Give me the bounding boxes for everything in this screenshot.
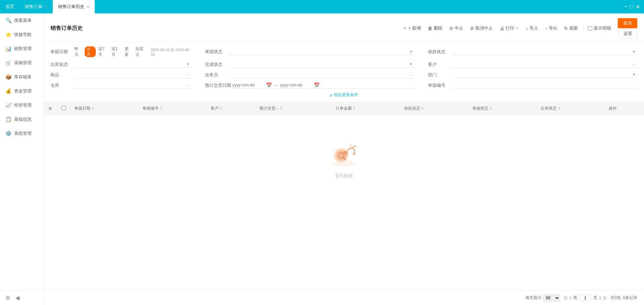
goods-label: 商品	[50, 72, 74, 78]
page-number-input[interactable]	[579, 295, 591, 301]
purchase-icon: 🛒	[5, 60, 11, 66]
filter-expected-delivery: 预计交货日期 📅 — 📅	[205, 82, 415, 89]
col-header-bill-status[interactable]: 单据状态 ⇅	[468, 102, 536, 115]
col-header-delivery[interactable]: 预计交货... ⇅	[255, 102, 332, 115]
sort-bill-status[interactable]: 单据状态 ⇅	[472, 106, 532, 111]
sidebar-item-finance[interactable]: 💰 资金管理	[0, 84, 43, 98]
window-minimize-icon[interactable]: −	[624, 4, 627, 10]
per-page-select[interactable]: 10 20 50 100	[543, 294, 560, 302]
stop-button[interactable]: ⊘ 中止	[448, 25, 465, 31]
sidebar-item-quicknav[interactable]: ⭐ 快捷导航	[0, 28, 43, 42]
sidebar-item-inventory[interactable]: 📦 库存核算	[0, 70, 43, 84]
col-header-amount[interactable]: 订单金额 ⇅	[332, 102, 400, 115]
operations-icon: 📈	[5, 102, 11, 108]
filter-area: 单据日期 昨天 今天 近7天 近1月 更多 自定义 2023-06-02 至 2…	[44, 42, 644, 102]
sort-customer[interactable]: 客户 ⇅	[211, 106, 251, 111]
bill-status-dropdown[interactable]: ▼	[228, 49, 415, 55]
sort-date[interactable]: 单据日期 ⇅	[74, 106, 134, 111]
customer-input[interactable]	[453, 62, 632, 67]
sidebar-bottom: ⚙ ◀	[0, 290, 43, 305]
sidebar-settings-icon[interactable]: ⚙	[5, 295, 10, 301]
first-page-btn[interactable]: ⟨⟨	[564, 296, 567, 300]
tab-sales-order[interactable]: 销售订单 ✕	[19, 0, 53, 13]
sidebar-item-search[interactable]: 🔍 搜索菜单	[0, 13, 43, 28]
delivery-date-start[interactable]	[232, 83, 263, 87]
sidebar-collapse-icon[interactable]: ◀	[15, 295, 19, 301]
export-button[interactable]: ↑ 导出	[544, 25, 559, 31]
bill-status-label: 单据状态	[205, 49, 228, 55]
delivery-dash: —	[274, 83, 278, 88]
add-button[interactable]: ＋ + 新增	[401, 25, 422, 31]
payment-status-dropdown[interactable]: ▼	[452, 49, 638, 55]
warehouse-label: 仓库	[50, 82, 74, 88]
delivery-calendar-start[interactable]: 📅	[266, 82, 272, 88]
tab-sales-order-close[interactable]: ✕	[44, 5, 47, 9]
date-1month[interactable]: 近1月	[111, 46, 122, 58]
department-dropdown[interactable]: ▼	[452, 72, 638, 78]
bill-number-input[interactable]	[453, 83, 636, 87]
col-header-payment-status[interactable]: 收款状态 ⇅	[400, 102, 468, 115]
cancel-stop-button[interactable]: ⊘ 取消中止	[469, 25, 494, 31]
window-maximize-icon[interactable]: □	[630, 4, 633, 10]
col-header-number[interactable]: 单据编号 ⇅	[138, 102, 206, 115]
collapse-filters-link[interactable]: ∧ 收起更多条件	[50, 92, 637, 98]
import-button[interactable]: ↓ 导入	[524, 25, 540, 31]
sort-number[interactable]: 单据编号 ⇅	[142, 106, 202, 111]
sidebar-item-system[interactable]: ⚙️ 系统管理	[0, 126, 43, 141]
sidebar-item-purchase[interactable]: 🛒 采购管理	[0, 56, 43, 70]
customer-dots[interactable]: ···	[632, 62, 636, 67]
sort-outbound-status[interactable]: 出库状态 ⇅	[541, 106, 600, 111]
print-label: 打印	[506, 25, 514, 31]
date-yesterday[interactable]: 昨天	[74, 46, 83, 58]
warehouse-dots[interactable]: ···	[186, 82, 190, 88]
salesperson-input[interactable]	[230, 72, 409, 77]
payment-status-arrow: ▼	[632, 49, 636, 54]
empty-text: 暂无数据	[335, 173, 353, 179]
sidebar-item-basic-info[interactable]: 📋 基础信息	[0, 112, 43, 126]
col-header-customer[interactable]: 客户 ⇅	[206, 102, 255, 115]
settings-button[interactable]: 设置	[618, 29, 637, 38]
sort-delivery-icon: ⇅	[280, 107, 283, 110]
checkbox-column-header[interactable]	[57, 102, 70, 115]
goods-input[interactable]	[75, 72, 186, 77]
outbound-status-dropdown[interactable]: ▼	[74, 61, 191, 68]
tab-sales-order-history[interactable]: 销售订单历史 ✕	[53, 0, 95, 13]
warehouse-input[interactable]	[75, 83, 186, 87]
last-page-btn[interactable]: ⟩⟩	[603, 296, 606, 300]
sidebar-item-operations[interactable]: 📈 经营管理	[0, 98, 43, 112]
date-more[interactable]: 更多	[124, 46, 133, 58]
date-today[interactable]: 今天	[85, 46, 96, 57]
completion-status-dropdown[interactable]: ▼	[228, 61, 415, 68]
delivery-date-end[interactable]	[280, 83, 310, 87]
prev-page-btn[interactable]: ⟨	[569, 296, 571, 300]
show-detail-checkbox[interactable]	[588, 26, 592, 31]
date-7days[interactable]: 近7天	[98, 46, 109, 58]
column-settings-icon[interactable]: ⚙	[48, 106, 52, 111]
tab-home[interactable]: 首页	[0, 0, 19, 13]
sort-delivery[interactable]: 预计交货... ⇅	[259, 106, 327, 111]
date-custom[interactable]: 自定义	[135, 46, 147, 58]
filter-department: 部门 ▼	[428, 72, 638, 78]
query-button[interactable]: 查询	[618, 18, 637, 28]
filter-goods: 商品 ···	[50, 71, 191, 78]
tab-sales-order-history-close[interactable]: ✕	[86, 5, 89, 9]
sidebar-item-sales[interactable]: 📊 销售管理	[0, 42, 43, 56]
date-options: 昨天 今天 近7天 近1月 更多 自定义 2023-06-02 至 2023-0…	[74, 46, 191, 58]
delete-button[interactable]: 🗑 删除	[426, 25, 444, 31]
show-detail-checkbox-area[interactable]: 显示明细	[588, 25, 611, 31]
sort-amount[interactable]: 订单金额 ⇅	[336, 106, 395, 111]
print-button[interactable]: 🖨 打印 ▼	[498, 25, 520, 31]
window-close-icon[interactable]: ✕	[636, 4, 640, 10]
sort-payment-status[interactable]: 收款状态 ⇅	[404, 106, 464, 111]
select-all-checkbox[interactable]	[61, 106, 66, 110]
goods-dots[interactable]: ···	[186, 72, 190, 77]
salesperson-dots[interactable]: ···	[409, 72, 413, 77]
col-header-date[interactable]: 单据日期 ⇅	[70, 102, 138, 115]
delivery-calendar-end[interactable]: 📅	[314, 82, 319, 88]
settings-column-header[interactable]: ⚙	[44, 102, 57, 115]
next-page-btn[interactable]: ⟩	[599, 296, 601, 300]
refresh-button[interactable]: ↻ 刷新	[563, 25, 579, 31]
col-header-outbound-status[interactable]: 出库状态 ⇅	[536, 102, 604, 115]
sidebar-item-quicknav-label: 快捷导航	[14, 32, 32, 38]
filter-customer: 客户 ···	[428, 61, 638, 68]
